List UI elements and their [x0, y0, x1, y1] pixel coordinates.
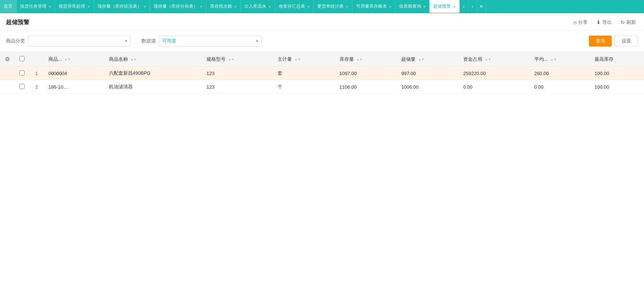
nav-tab-inout-flow[interactable]: 出入库流水 ×	[241, 0, 275, 13]
row-stock: 1097.00	[335, 67, 397, 80]
close-tab-stock-status[interactable]: ×	[144, 4, 146, 9]
refresh-button[interactable]: ↻ 刷新	[618, 18, 638, 27]
nav-arrow-left[interactable]: ‹	[460, 0, 468, 13]
close-tab-batch-account[interactable]: ×	[234, 4, 237, 9]
row-max-stock: 100.00	[590, 80, 644, 94]
close-tab-expiry[interactable]: ×	[423, 4, 425, 9]
row-unit: 套	[273, 67, 335, 80]
row-avg: 260.00	[530, 67, 590, 80]
row-stock: 1106.00	[335, 80, 397, 94]
share-icon: ⎋	[574, 19, 577, 25]
nav-close-all[interactable]: ✕	[477, 0, 486, 13]
sort-stock-icon[interactable]: ▲▼	[356, 58, 363, 61]
column-settings-icon[interactable]: ⚙	[5, 56, 10, 62]
nav-tab-order-stats[interactable]: 要货单统计表 ×	[314, 0, 352, 13]
page-content: 超储预警 ⎋ 分享 ⬇ 导出 ↻ 刷新 商品分类 ▾ 数据源	[0, 13, 644, 293]
sort-product-name-icon[interactable]: ▲▼	[130, 58, 137, 61]
nav-tab-collect-summary[interactable]: 收发存汇总表 ×	[275, 0, 314, 13]
datasource-select[interactable]: 可用量 ▾	[159, 36, 261, 47]
datasource-select-value: 可用量	[162, 38, 176, 44]
nav-tab-expiry[interactable]: 保质期查询 ×	[395, 0, 429, 13]
share-button[interactable]: ⎋ 分享	[571, 18, 590, 27]
close-tab-order-stats[interactable]: ×	[346, 4, 348, 9]
nav-tab-task-mgmt[interactable]: 拣货任务管理 ×	[17, 0, 55, 13]
row-unit: 个	[273, 80, 335, 94]
col-stock: 库存量 ▲▼	[335, 52, 397, 67]
nav-tab-home[interactable]: 首页	[0, 0, 17, 13]
table-wrapper: ⚙ 商品... ▲▼ 商品名称 ▲▼ 规格型号	[0, 52, 644, 94]
category-filter-group: 商品分类 ▾	[6, 36, 131, 47]
sort-avg-icon[interactable]: ▲▼	[550, 58, 557, 61]
datasource-chevron-icon: ▾	[256, 38, 258, 44]
table-row: 2 186-10... 机油滤清器 123 个 1106.00 1006.00 …	[0, 80, 644, 94]
col-checkbox	[15, 52, 29, 67]
page-header: 超储预警 ⎋ 分享 ⬇ 导出 ↻ 刷新	[0, 13, 644, 30]
category-label: 商品分类	[6, 38, 25, 44]
select-all-checkbox[interactable]	[19, 56, 25, 61]
col-product-name: 商品名称 ▲▼	[105, 52, 202, 67]
close-tab-overstock-warning[interactable]: ×	[453, 4, 455, 9]
col-row-num	[29, 52, 44, 67]
close-tab-task-mgmt[interactable]: ×	[49, 4, 51, 9]
sort-product-code-icon[interactable]: ▲▼	[64, 58, 71, 61]
top-navigation: 首页 拣货任务管理 × 拣货异常处理 × 现存量（库存状况表） × 现存量（库存…	[0, 0, 644, 13]
row-product-name: 机油滤清器	[105, 80, 202, 94]
row-overstock: 1006.00	[397, 80, 459, 94]
table-header-row: ⚙ 商品... ▲▼ 商品名称 ▲▼ 规格型号	[0, 52, 644, 67]
category-select[interactable]: ▾	[28, 36, 131, 47]
nav-arrow-right[interactable]: ›	[468, 0, 477, 13]
row-action-col	[0, 67, 15, 80]
sort-unit-icon[interactable]: ▲▼	[294, 58, 301, 61]
header-actions: ⎋ 分享 ⬇ 导出 ↻ 刷新	[571, 18, 638, 27]
table-row: 1 0000004 六配套新昌490BPG 123 套 1097.00 997.…	[0, 67, 644, 80]
nav-tab-available-stock[interactable]: 可用量库存账本 ×	[352, 0, 395, 13]
close-tab-abnormal[interactable]: ×	[87, 4, 89, 9]
row-checkbox-col	[15, 80, 29, 94]
row-product-code: 186-10...	[44, 80, 105, 94]
filter-action-buttons: 查询 设置	[589, 36, 638, 47]
nav-tab-batch-account[interactable]: 库存批次账 ×	[206, 0, 241, 13]
row-checkbox-0[interactable]	[19, 70, 25, 75]
datasource-label: 数据源	[142, 38, 156, 44]
row-number: 2	[29, 80, 44, 94]
col-spec: 规格型号 ▲▼	[202, 52, 273, 67]
page-title: 超储预警	[6, 19, 29, 26]
sort-overstock-icon[interactable]: ▲▼	[418, 58, 425, 61]
col-product-code: 商品... ▲▼	[44, 52, 105, 67]
nav-tab-stock-dist[interactable]: 现存量（库存分布表） ×	[150, 0, 206, 13]
row-number: 1	[29, 67, 44, 80]
col-overstock: 超储量 ▲▼	[397, 52, 459, 67]
row-capital: 0.00	[459, 80, 530, 94]
close-tab-inout-flow[interactable]: ×	[268, 4, 271, 9]
row-spec: 123	[202, 67, 273, 80]
row-spec: 123	[202, 80, 273, 94]
nav-tab-abnormal[interactable]: 拣货异常处理 ×	[55, 0, 94, 13]
refresh-icon: ↻	[621, 19, 625, 25]
col-settings: ⚙	[0, 52, 15, 67]
row-max-stock: 100.00	[590, 67, 644, 80]
close-tab-collect-summary[interactable]: ×	[307, 4, 310, 9]
row-capital: 259220.00	[459, 67, 530, 80]
main-table: ⚙ 商品... ▲▼ 商品名称 ▲▼ 规格型号	[0, 52, 644, 94]
close-tab-available-stock[interactable]: ×	[389, 4, 391, 9]
row-overstock: 997.00	[397, 67, 459, 80]
col-capital: 资金占用 ▲▼	[459, 52, 530, 67]
nav-tab-stock-status[interactable]: 现存量（库存状况表） ×	[94, 0, 150, 13]
export-icon: ⬇	[596, 19, 601, 25]
sort-spec-icon[interactable]: ▲▼	[228, 58, 235, 61]
close-tab-stock-dist[interactable]: ×	[200, 4, 202, 9]
row-product-name: 六配套新昌490BPG	[105, 67, 202, 80]
nav-tab-overstock-warning[interactable]: 超储预警 ×	[429, 0, 459, 13]
settings-button[interactable]: 设置	[615, 36, 638, 47]
row-avg: 0.00	[530, 80, 590, 94]
col-max-stock: 最高库存	[590, 52, 644, 67]
sort-capital-icon[interactable]: ▲▼	[485, 58, 491, 61]
chevron-down-icon: ▾	[125, 38, 127, 44]
row-action-col	[0, 80, 15, 94]
query-button[interactable]: 查询	[589, 36, 612, 47]
filter-area: 商品分类 ▾ 数据源 可用量 ▾ 查询 设置	[0, 30, 644, 52]
row-product-code: 0000004	[44, 67, 105, 80]
export-button[interactable]: ⬇ 导出	[594, 18, 614, 27]
row-checkbox-1[interactable]	[19, 84, 25, 89]
datasource-filter-group: 数据源 可用量 ▾	[142, 36, 261, 47]
